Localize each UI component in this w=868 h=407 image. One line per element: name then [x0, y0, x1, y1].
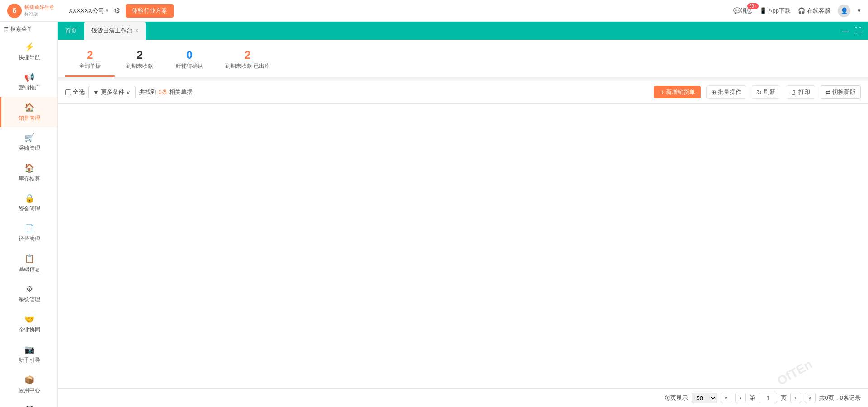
sidebar-label-system: 系统管理: [19, 296, 40, 304]
logo-sub: 标准版: [24, 11, 54, 17]
sidebar-item-purchase[interactable]: 🛒 采购管理: [0, 127, 57, 158]
avatar[interactable]: 👤: [838, 5, 850, 17]
sidebar-label-base-info: 基础信息: [19, 266, 40, 273]
tab-bar-actions: — ⛶: [839, 25, 868, 37]
main-layout: ☰ 搜索菜单 ⚡ 快捷导航 📢 营销推广 🏠 销售管理 🛒 采购管理 🏠 库存核…: [0, 22, 868, 407]
lock-icon: 🔒: [24, 193, 34, 203]
per-page-select[interactable]: 50 100 200: [692, 393, 717, 403]
logo-name: 畅捷通好生意: [24, 4, 54, 10]
sidebar-label-purchase: 采购管理: [19, 145, 40, 152]
camera-icon: 📷: [24, 345, 34, 355]
total-label: 共0页，0条记录: [819, 394, 861, 402]
sidebar-label-guide: 新手引导: [19, 356, 40, 364]
sidebar-label-inventory: 库存核算: [19, 175, 40, 182]
found-text: 共找到 0条 相关单据: [139, 88, 193, 96]
add-sales-order-button[interactable]: + 新增销货单: [654, 86, 701, 98]
company-selector[interactable]: XXXXXX公司 ▾: [69, 7, 108, 15]
sidebar-item-wechat-work[interactable]: 💬 企业微信: [0, 400, 57, 407]
tab-bar: 首页 钱货日清工作台 × — ⛶: [58, 22, 868, 40]
sidebar-item-guide[interactable]: 📷 新手引导: [0, 339, 57, 370]
sidebar-item-system[interactable]: ⚙ 系统管理: [0, 279, 57, 309]
box-icon: 📦: [24, 375, 34, 385]
house-icon: 🏠: [24, 103, 34, 112]
handshake-icon: 🤝: [24, 314, 34, 324]
search-icon: ☰: [4, 26, 9, 33]
search-menu-label: 搜索菜单: [10, 25, 32, 33]
sidebar-item-base-info[interactable]: 📋 基础信息: [0, 248, 57, 279]
select-all-label: 全选: [73, 88, 85, 96]
header-right: 💬 消息 99+ 📱 App下载 🎧 在线客服 👤 ▾: [733, 5, 861, 17]
sidebar-item-sales[interactable]: 🏠 销售管理: [0, 97, 57, 127]
content-area: 2 全部单据 2 到期未收款 0 旺辅待确认 2 到期未收款 已出库: [58, 40, 868, 407]
sidebar-item-quick-nav[interactable]: ⚡ 快捷导航: [0, 37, 57, 67]
tab-home[interactable]: 首页: [58, 22, 84, 40]
stat-label-all: 全部单据: [79, 62, 101, 70]
filter-label: 更多条件: [101, 88, 124, 96]
sidebar-label-finance: 资金管理: [19, 205, 40, 213]
tab-home-label: 首页: [65, 27, 77, 35]
sidebar-label-sales: 销售管理: [19, 114, 40, 122]
sidebar-item-marketing[interactable]: 📢 营销推广: [0, 67, 57, 97]
first-page-button[interactable]: «: [721, 393, 731, 403]
logo-icon: 6: [7, 4, 22, 18]
batch-icon: ⊞: [711, 89, 716, 96]
tab-maximize-icon[interactable]: ⛶: [852, 25, 864, 37]
last-page-button[interactable]: »: [805, 393, 816, 403]
stat-tab-all[interactable]: 2 全部单据: [65, 45, 115, 77]
sidebar-item-operations[interactable]: 📄 经营管理: [0, 218, 57, 248]
sidebar-item-inventory[interactable]: 🏠 库存核算: [0, 158, 57, 188]
sidebar-item-finance[interactable]: 🔒 资金管理: [0, 188, 57, 218]
cart-icon: 🛒: [24, 133, 34, 143]
list-toolbar: 全选 ▼ 更多条件 ∨ 共找到 0条 相关单据 + 新增销货单: [58, 81, 868, 104]
switch-version-button[interactable]: ⇄ 切换新版: [821, 85, 861, 99]
select-all-checkbox[interactable]: 全选: [65, 88, 85, 96]
prev-page-button[interactable]: ‹: [735, 393, 746, 403]
search-menu-item[interactable]: ☰ 搜索菜单: [0, 22, 57, 37]
filter-button[interactable]: ▼ 更多条件 ∨: [88, 86, 136, 98]
sidebar-label-app-center: 应用中心: [19, 387, 40, 394]
headset-icon: 🎧: [798, 7, 805, 14]
filter-icon: ▼: [93, 89, 99, 96]
batch-ops-button[interactable]: ⊞ 批量操作: [706, 85, 746, 99]
stat-tab-wangwang[interactable]: 0 旺辅待确认: [165, 45, 214, 77]
stat-label-overdue-out: 到期未收款 已出库: [225, 62, 270, 70]
username[interactable]: ▾: [858, 7, 861, 14]
stat-tab-overdue[interactable]: 2 到期未收款: [115, 45, 165, 77]
company-name: XXXXXX公司: [69, 7, 104, 15]
sidebar: ☰ 搜索菜单 ⚡ 快捷导航 📢 营销推广 🏠 销售管理 🛒 采购管理 🏠 库存核…: [0, 22, 58, 407]
app-download-button[interactable]: 📱 App下载: [760, 7, 791, 15]
refresh-icon: ↻: [757, 89, 762, 96]
sidebar-item-cooperation[interactable]: 🤝 企业协同: [0, 309, 57, 339]
messages-button[interactable]: 💬 消息 99+: [733, 7, 752, 15]
stat-num-overdue-out: 2: [245, 49, 250, 61]
sidebar-label-operations: 经营管理: [19, 235, 40, 243]
trial-button[interactable]: 体验行业方案: [126, 4, 174, 18]
stat-tab-overdue-out[interactable]: 2 到期未收款 已出库: [214, 45, 281, 77]
tab-cash-flow[interactable]: 钱货日清工作台 ×: [84, 22, 146, 40]
megaphone-icon: 📢: [24, 72, 34, 82]
sidebar-label-marketing: 营销推广: [19, 84, 40, 92]
stat-label-overdue: 到期未收款: [126, 62, 153, 70]
page-label: 第: [750, 394, 755, 402]
page-suffix: 页: [781, 394, 787, 402]
stat-num-overdue: 2: [137, 49, 142, 61]
tab-minimize-icon[interactable]: —: [839, 25, 852, 37]
select-all-input[interactable]: [65, 89, 71, 95]
message-badge: 99+: [747, 3, 759, 9]
sidebar-item-app-center[interactable]: 📦 应用中心: [0, 370, 57, 400]
stat-num-wangwang: 0: [186, 49, 192, 61]
refresh-button[interactable]: ↻ 刷新: [752, 85, 780, 99]
tab-close-icon[interactable]: ×: [135, 28, 138, 34]
settings-icon[interactable]: ⚙: [114, 6, 120, 15]
next-page-button[interactable]: ›: [790, 393, 801, 403]
sidebar-label-quick-nav: 快捷导航: [19, 54, 40, 61]
online-service-button[interactable]: 🎧 在线客服: [798, 7, 830, 15]
page-number-input[interactable]: [759, 393, 777, 403]
gear-icon: ⚙: [26, 284, 33, 294]
download-icon: 📱: [760, 7, 767, 14]
stat-num-all: 2: [87, 49, 93, 61]
stat-label-wangwang: 旺辅待确认: [176, 62, 203, 70]
found-num: 0条: [159, 89, 168, 95]
print-button[interactable]: 🖨 打印: [786, 85, 815, 99]
toolbar-right: + 新增销货单 ⊞ 批量操作 ↻ 刷新 🖨 打印 ⇄: [654, 85, 861, 99]
